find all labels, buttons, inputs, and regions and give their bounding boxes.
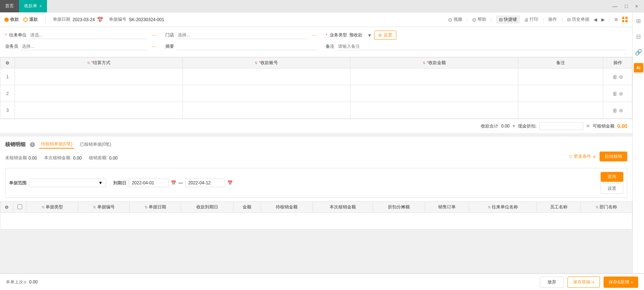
pending-tab[interactable]: 待核销单据(0笔) — [39, 140, 74, 149]
td-remark-1[interactable] — [518, 68, 603, 85]
row-delete-icon-1[interactable]: 🗑 — [612, 74, 617, 80]
history-action[interactable]: ⊟ 历史单据 — [567, 16, 589, 23]
help-action[interactable]: ⊙ 帮助 — [472, 16, 486, 23]
bottom-table-row — [0, 213, 632, 230]
bottom-info: 本单上次⊙ 0.00 — [6, 279, 38, 285]
main-table: ⚙ ⇅ *结算方式 ⇅ *收款账号 ⇅ *收款金额 备注 — [0, 57, 632, 119]
table-row: 2 🗑 ⊕ — [0, 85, 632, 102]
date-from-input[interactable] — [129, 179, 169, 187]
tab-close-icon[interactable]: × — [39, 4, 42, 9]
td-account-1[interactable] — [182, 68, 350, 85]
th-gear-bottom[interactable]: ⚙ — [0, 202, 13, 213]
th-date: ⇅ 单据日期 — [130, 202, 181, 213]
counterpart-input[interactable] — [29, 31, 148, 39]
td-account-3[interactable] — [182, 102, 350, 119]
grid-icon[interactable] — [622, 17, 628, 23]
row-copy-icon-2[interactable]: ⊕ — [619, 91, 623, 97]
radio-shoukuan[interactable]: 收款 — [4, 16, 19, 23]
discount-input[interactable] — [539, 122, 583, 130]
hexiao-info-icon[interactable]: i — [30, 142, 35, 147]
th-staff: 员工名称 — [537, 202, 581, 213]
tab-current[interactable]: 收款单 × — [19, 0, 47, 12]
radio-tuikuan[interactable]: 退款 — [23, 16, 38, 23]
th-checkbox[interactable] — [13, 202, 27, 213]
store-field: 门店 ··· — [165, 31, 318, 39]
staff-field: 业务员 ··· — [5, 43, 158, 50]
td-remark-3[interactable] — [518, 102, 603, 119]
save-new-button[interactable]: 保存&新增 ∧ — [604, 277, 638, 288]
sidebar-table-icon[interactable]: ⊞ — [635, 16, 642, 26]
toolbar: 收款 退款 单据日期 2023-03-24 📅 单据编号 SK-20230324… — [0, 12, 632, 27]
td-amount-1[interactable] — [350, 68, 518, 85]
row-delete-icon-2[interactable]: 🗑 — [612, 91, 617, 97]
row-copy-icon-1[interactable]: ⊕ — [619, 74, 623, 80]
diff-stat: 核销差额: 0.00 — [89, 155, 118, 161]
done-tab[interactable]: 已核销单据(0笔) — [78, 141, 113, 148]
save-draft-button[interactable]: 保存草稿 ∧ — [568, 277, 600, 288]
date-to-input[interactable] — [185, 179, 225, 187]
save-draft-chevron[interactable]: ∧ — [592, 280, 594, 284]
store-dots-btn[interactable]: ··· — [311, 32, 318, 39]
td-remark-2[interactable] — [518, 85, 603, 102]
print-action[interactable]: 🖨 打印 — [524, 16, 538, 23]
toolbar-actions: ⊙ 视频 | ⊙ 帮助 | ⊟ 快捷键 🖨 打印 | 操作 | ⊟ — [448, 15, 628, 24]
calendar-icon[interactable]: 📅 — [97, 17, 103, 23]
form-row-1: * 往来单位 ··· 门店 ··· * 业务类型 预收款 ▼ ⚙ 设置 — [5, 31, 627, 40]
biztype-dropdown-btn[interactable]: ▼ — [368, 33, 372, 38]
abandon-button[interactable]: 放弃 — [540, 277, 564, 288]
right-sidebar: ⊞ ⊟ 🔗 Ai — [632, 12, 644, 290]
bottom-spacer — [0, 230, 632, 248]
td-settlement-1[interactable] — [15, 68, 183, 85]
counterpart-dots-btn[interactable]: ··· — [150, 32, 158, 39]
save-new-chevron[interactable]: ∧ — [631, 280, 633, 284]
close-button[interactable]: × — [633, 3, 640, 10]
sidebar-ai-icon[interactable]: Ai — [634, 63, 643, 72]
auto-cancel-btn[interactable]: 自动核销 — [600, 152, 627, 161]
form-area: * 往来单位 ··· 门店 ··· * 业务类型 预收款 ▼ ⚙ 设置 — [0, 27, 632, 57]
td-settlement-2[interactable] — [15, 85, 183, 102]
th-sales-order: 销售订单 — [425, 202, 469, 213]
range-select[interactable]: ▼ — [30, 179, 106, 187]
settings-button[interactable]: ⚙ 设置 — [374, 31, 396, 40]
tab-home[interactable]: 首页 — [0, 0, 19, 12]
calendar-from-icon[interactable]: 📅 — [171, 180, 176, 185]
td-amount-2[interactable] — [350, 85, 518, 102]
nav-prev[interactable]: ◀ — [594, 17, 597, 22]
stats-row: 未核销金额 0.00 本次核销金额: 0.00 核销差额: 0.00 ▽ 更多条… — [5, 152, 627, 164]
bottom-actions: 放弃 保存草稿 ∧ 保存&新增 ∧ — [540, 277, 638, 288]
query-actions: 查询 设置 — [601, 172, 623, 194]
remark-input[interactable] — [337, 43, 627, 50]
table-container: ⚙ ⇅ *结算方式 ⇅ *收款账号 ⇅ *收款金额 备注 — [0, 57, 632, 119]
sidebar-link-icon[interactable]: 🔗 — [633, 47, 644, 57]
more-filter-btn[interactable]: ▽ 更多条件 ∧ — [569, 153, 596, 160]
radio-dot-inactive — [23, 17, 28, 22]
td-amount-3[interactable] — [350, 102, 518, 119]
layout-icon[interactable]: ≡ — [614, 16, 618, 23]
select-all-checkbox[interactable] — [17, 204, 22, 209]
th-num: ⇅ 单据编号 — [78, 202, 130, 213]
th-discount: 折扣分摊额 — [373, 202, 425, 213]
store-input[interactable] — [176, 31, 309, 39]
th-counterpart: ⇅ 往来单位名称 — [469, 202, 537, 213]
sidebar-doc-icon[interactable]: ⊟ — [635, 32, 642, 42]
row-copy-icon-3[interactable]: ⊕ — [619, 107, 623, 113]
th-gear[interactable]: ⚙ — [0, 58, 15, 68]
bottom-table-container: ⚙ ⇅ 单据类型 ⇅ 单据编号 ⇅ 单据日期 — [0, 201, 632, 230]
summary-input[interactable] — [176, 43, 318, 50]
operate-action[interactable]: 操作 — [548, 16, 557, 23]
staff-dots-btn[interactable]: ··· — [150, 43, 158, 50]
row-delete-icon-3[interactable]: 🗑 — [612, 107, 617, 113]
td-settlement-3[interactable] — [15, 102, 183, 119]
minimize-button[interactable]: — — [610, 3, 620, 10]
th-remark: 备注 — [518, 58, 603, 68]
shortcut-action[interactable]: ⊟ 快捷键 — [496, 15, 520, 24]
maximize-button[interactable]: □ — [623, 3, 630, 10]
staff-input[interactable] — [20, 43, 148, 50]
hexiao-settings-btn[interactable]: 设置 — [601, 183, 623, 194]
video-action[interactable]: ⊙ 视频 — [448, 16, 462, 23]
calendar-to-icon[interactable]: 📅 — [227, 180, 233, 185]
query-button[interactable]: 查询 — [601, 172, 623, 182]
nav-next[interactable]: ▶ — [601, 17, 605, 22]
filter-bar: ▽ 更多条件 ∧ 自动核销 — [569, 152, 627, 161]
td-account-2[interactable] — [182, 85, 350, 102]
